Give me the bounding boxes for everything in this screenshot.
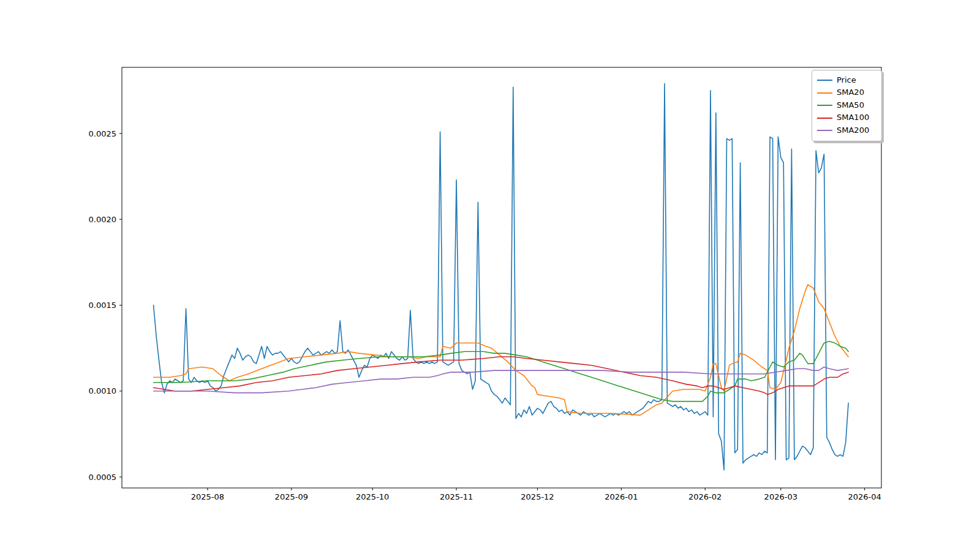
legend: Price SMA20 SMA50 SMA100 SMA200 [812, 70, 882, 141]
y-tick-label-0.0005: 0.0005 [89, 473, 117, 482]
series-line-sma100 [154, 357, 849, 395]
y-tick-label-0.0015: 0.0015 [89, 301, 117, 310]
x-tick-label-2026-02: 2026-02 [688, 492, 722, 501]
series-line-price [154, 84, 849, 470]
x-tick-label-2025-08: 2025-08 [191, 492, 224, 501]
legend-item-sma100: SMA100 [817, 112, 876, 125]
sma50-line-sample [817, 105, 832, 106]
sma100-line-sample [817, 118, 832, 119]
x-tick-label-2025-12: 2025-12 [521, 492, 554, 501]
x-tick-label-2025-11: 2025-11 [440, 492, 473, 501]
legend-label-sma50: SMA50 [837, 101, 864, 109]
x-tick-label-2025-09: 2025-09 [275, 492, 308, 501]
axis-tick-labels: 2025-082025-092025-102025-112025-122026-… [89, 129, 881, 501]
legend-item-sma50: SMA50 [817, 99, 876, 112]
legend-item-sma20: SMA20 [817, 87, 876, 100]
axis-ticks [119, 133, 865, 490]
legend-label-sma100: SMA100 [837, 113, 869, 121]
figure: 2025-082025-092025-102025-112025-122026-… [0, 0, 980, 551]
series-lines [154, 84, 849, 470]
x-tick-label-2026-01: 2026-01 [605, 492, 638, 501]
series-line-sma200 [154, 367, 849, 393]
legend-label-sma200: SMA200 [837, 126, 869, 134]
legend-item-price: Price [817, 74, 876, 87]
x-tick-label-2025-10: 2025-10 [356, 492, 389, 501]
y-tick-label-0.0010: 0.0010 [89, 386, 117, 395]
x-tick-label-2026-04: 2026-04 [848, 492, 881, 501]
legend-item-sma200: SMA200 [817, 124, 876, 137]
legend-label-sma20: SMA20 [837, 88, 864, 96]
legend-label-price: Price [837, 76, 856, 84]
sma200-line-sample [817, 130, 832, 131]
y-tick-label-0.0020: 0.0020 [89, 215, 117, 224]
price-line-sample [817, 80, 832, 81]
sma20-line-sample [817, 92, 832, 94]
series-line-sma20 [154, 285, 849, 415]
x-tick-label-2026-03: 2026-03 [764, 492, 797, 501]
y-tick-label-0.0025: 0.0025 [89, 129, 117, 138]
